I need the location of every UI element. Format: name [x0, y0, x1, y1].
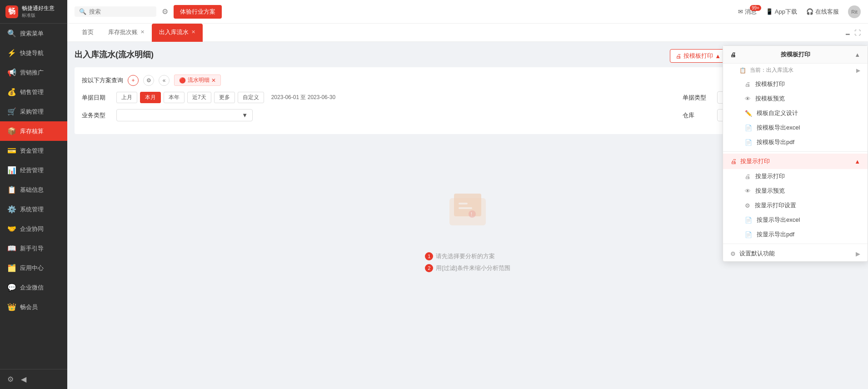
date-buttons: 上月 本月 本年 近7天 更多 自定义 — [116, 92, 264, 103]
sidebar-item-vip[interactable]: 👑 畅会员 — [0, 297, 67, 317]
app-download-btn[interactable]: 📱 App下载 — [766, 8, 797, 16]
headset-icon: 🎧 — [806, 8, 813, 15]
filter-collapse-icon[interactable]: « — [159, 75, 170, 86]
sidebar-item-inventory[interactable]: 📦 库存核算 — [0, 121, 67, 141]
sidebar-item-finance[interactable]: 💳 资金管理 — [0, 141, 67, 160]
collapse-sidebar-icon[interactable]: ◀ — [21, 375, 26, 384]
tab-inout-flow[interactable]: 出入库流水 ✕ — [152, 24, 203, 42]
settings-icon[interactable]: ⚙ — [162, 7, 168, 16]
sidebar-item-operations[interactable]: 📊 经营管理 — [0, 160, 67, 180]
tab-home[interactable]: 首页 — [75, 24, 101, 42]
sidebar-item-search-menu[interactable]: 🔍 搜索菜单 — [0, 24, 67, 43]
dropdown-item-display-excel[interactable]: 📄 按显示导出excel — [723, 213, 868, 227]
sidebar-item-purchase[interactable]: 🛒 采购管理 — [0, 102, 67, 121]
doc-type-label: 单据类型 — [683, 94, 710, 102]
add-filter-button[interactable]: + — [128, 75, 139, 86]
sidebar-item-system[interactable]: ⚙️ 系统管理 — [0, 199, 67, 219]
warehouse-label: 仓库 — [683, 111, 710, 120]
customer-service-btn[interactable]: 🎧 在线客服 — [806, 8, 839, 16]
pdf-item-icon: 📄 — [745, 139, 752, 146]
sidebar-item-marketing[interactable]: 📢 营销推广 — [0, 63, 67, 82]
display-print-icon: 🖨 — [745, 173, 751, 180]
sidebar-item-cooperation[interactable]: 🤝 企业协同 — [0, 219, 67, 239]
sidebar-scroll: 🔍 搜索菜单 ⚡ 快捷导航 📢 营销推广 💰 销售管理 🛒 采购管理 📦 库存核… — [0, 24, 67, 369]
empty-tip-2: 2 用[过滤]条件来缩小分析范围 — [425, 264, 510, 272]
message-icon: ✉ — [738, 8, 743, 15]
tab-inout-flow-close[interactable]: ✕ — [191, 29, 195, 35]
sidebar-item-wechat[interactable]: 💬 企业微信 — [0, 278, 67, 297]
sidebar-item-guide[interactable]: 📖 新手引导 — [0, 239, 67, 258]
dropdown-item-display-settings[interactable]: ⚙ 按显示打印设置 — [723, 198, 868, 213]
system-icon: ⚙️ — [7, 205, 15, 214]
empty-tips: 1 请先选择要分析的方案 2 用[过滤]条件来缩小分析范围 — [425, 252, 510, 276]
dropdown-item-template-pdf[interactable]: 📄 按模板导出pdf — [723, 135, 868, 150]
svg-point-4 — [469, 210, 476, 218]
sidebar-item-app-center[interactable]: 🗂️ 应用中心 — [0, 258, 67, 278]
printer-icon: 🖨 — [676, 53, 682, 60]
current-icon: 📋 — [739, 67, 746, 74]
svg-text:!: ! — [471, 212, 472, 217]
window-maximize-icon[interactable]: ⛶ — [854, 29, 861, 36]
dropdown-item-display-print[interactable]: 🖨 按显示打印 — [723, 169, 868, 184]
date-btn-current-month[interactable]: 本月 — [140, 92, 161, 103]
display-preview-icon: 👁 — [745, 188, 751, 194]
printer-item-icon: 🖨 — [745, 81, 751, 88]
search-box[interactable]: 🔍 — [75, 6, 156, 17]
tabs-bar: 首页 库存批次账 ✕ 出入库流水 ✕ 🗕 ⛶ — [67, 24, 868, 42]
search-input[interactable] — [89, 8, 148, 15]
dropdown-item-template-preview[interactable]: 👁 按模板预览 — [723, 91, 868, 106]
sidebar-item-basics[interactable]: 📋 基础信息 — [0, 180, 67, 199]
dropdown-item-template-excel[interactable]: 📄 按模板导出excel — [723, 120, 868, 135]
set-default-chevron: ▶ — [856, 250, 860, 257]
sidebar-item-quick-nav[interactable]: ⚡ 快捷导航 — [0, 43, 67, 63]
settings-bottom-icon[interactable]: ⚙ — [7, 375, 14, 384]
wechat-icon: 💬 — [7, 283, 15, 292]
date-range-text: 2023-06-01 至 2023-06-30 — [271, 94, 335, 101]
display-settings-icon: ⚙ — [745, 202, 750, 209]
dropdown-item-display-preview[interactable]: 👁 按显示预览 — [723, 184, 868, 198]
edit-item-icon: ✏️ — [745, 110, 752, 117]
dropdown-item-template-custom[interactable]: ✏️ 模板自定义设计 — [723, 106, 868, 120]
biz-type-select[interactable]: ▼ — [116, 109, 253, 121]
date-btn-custom[interactable]: 自定义 — [238, 92, 264, 103]
message-btn[interactable]: ✉ 消息 99+ — [738, 8, 757, 16]
flow-tag-icon: 🔴 — [179, 77, 186, 84]
filter-section-label: 按以下方案查询 — [82, 76, 123, 85]
dropdown-header[interactable]: 🖨 按模板打印 ▲ — [723, 46, 868, 64]
preview-item-icon: 👁 — [745, 95, 751, 102]
finance-icon: 💳 — [7, 146, 15, 155]
print-template-header-icon: 🖨 — [730, 51, 736, 58]
dropdown-chevron-up[interactable]: ▲ — [854, 51, 860, 58]
set-default-button[interactable]: ⚙ 设置默认功能 ▶ — [723, 246, 868, 261]
app-center-icon: 🗂️ — [7, 264, 15, 272]
operations-icon: 📊 — [7, 166, 15, 175]
svg-rect-1 — [454, 194, 481, 216]
date-btn-last-month[interactable]: 上月 — [116, 92, 137, 103]
trial-button[interactable]: 体验行业方案 — [174, 5, 222, 19]
sales-icon: 💰 — [7, 88, 15, 96]
user-avatar: Rit — [848, 5, 861, 18]
flow-tag[interactable]: 🔴 流水明细 ✕ — [174, 75, 221, 86]
display-section-header[interactable]: 🖨 按显示打印 ▲ — [723, 154, 868, 169]
display-chevron-up[interactable]: ▲ — [854, 158, 860, 165]
date-btn-recent-7[interactable]: 近7天 — [187, 92, 211, 103]
date-btn-current-year[interactable]: 本年 — [164, 92, 185, 103]
tab-inventory-batch[interactable]: 库存批次账 ✕ — [101, 24, 152, 42]
dropdown-item-display-pdf[interactable]: 📄 按显示导出pdf — [723, 227, 868, 242]
flow-tag-close[interactable]: ✕ — [211, 77, 216, 84]
user-avatar-btn[interactable]: Rit — [848, 5, 861, 18]
dropdown-scrollable: 🖨 按模板打印 ▲ 📋 当前：出入库流水 ▶ 🖨 按模板打印 👁 按模板预览 ✏… — [723, 46, 868, 261]
sidebar-item-sales[interactable]: 💰 销售管理 — [0, 82, 67, 102]
tab-inventory-batch-close[interactable]: ✕ — [140, 29, 145, 35]
date-btn-more[interactable]: 更多 — [214, 92, 235, 103]
empty-tip-1: 1 请先选择要分析的方案 — [425, 252, 510, 260]
window-minimize-icon[interactable]: 🗕 — [844, 29, 851, 36]
topbar-right: ✉ 消息 99+ 📱 App下载 🎧 在线客服 Rit — [738, 5, 861, 18]
current-label: 📋 当前：出入库流水 ▶ — [723, 64, 868, 77]
sidebar: 畅 畅捷通好生意 标准版 🔍 搜索菜单 ⚡ 快捷导航 📢 营销推广 💰 销售管理… — [0, 0, 67, 389]
print-template-button[interactable]: 🖨 按模板打印 ▲ — [670, 49, 727, 63]
chevron-right-icon: ▶ — [856, 67, 860, 74]
dropdown-item-template-print[interactable]: 🖨 按模板打印 — [723, 77, 868, 91]
filter-settings-icon[interactable]: ⚙ — [143, 75, 154, 86]
svg-rect-2 — [459, 203, 468, 204]
